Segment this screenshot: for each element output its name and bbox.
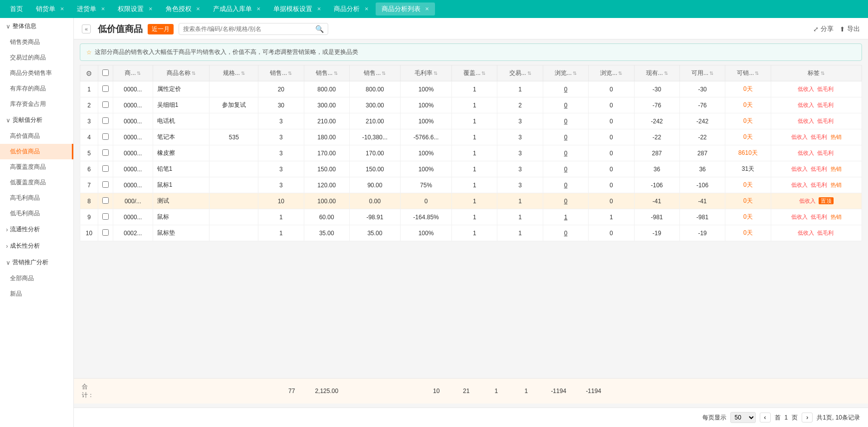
horizontal-scrollbar[interactable] [80, 404, 862, 408]
row-checkbox[interactable] [102, 197, 109, 204]
nav-analysis-list[interactable]: 商品分析列表 × [376, 2, 435, 15]
col-spec[interactable]: 规格... ⇅ [210, 65, 258, 81]
nav-template[interactable]: 单据模板设置 × [267, 2, 327, 15]
row-checkbox[interactable] [102, 85, 109, 92]
col-code[interactable]: 商... ⇅ [113, 65, 153, 81]
cell-views1[interactable]: 0 [543, 145, 588, 161]
cell-views1[interactable]: 0 [543, 193, 588, 209]
share-btn[interactable]: ⤢ 分享 [813, 24, 834, 33]
row-checkbox[interactable] [102, 165, 109, 172]
sort-spec-icon[interactable]: ⇅ [241, 70, 245, 76]
nav-analysis[interactable]: 商品分析 × [328, 2, 374, 15]
sidebar-item-high-coverage[interactable]: 高覆盖度商品 [0, 159, 73, 175]
nav-purchase[interactable]: 进货单 × [71, 2, 111, 15]
cell-views1[interactable]: 0 [543, 81, 588, 97]
close-roles-icon[interactable]: × [196, 5, 200, 12]
sort-views2-icon[interactable]: ⇅ [618, 70, 622, 76]
views-link[interactable]: 0 [564, 134, 568, 141]
sort-tags-icon[interactable]: ⇅ [821, 70, 825, 76]
sidebar-item-all-goods[interactable]: 全部商品 [0, 271, 73, 286]
col-coverage[interactable]: 覆盖... ⇅ [452, 65, 497, 81]
sidebar-group-overview[interactable]: ∨ 整体信息 [0, 18, 73, 34]
close-analysis-list-icon[interactable]: × [425, 5, 429, 12]
search-input[interactable] [183, 25, 312, 32]
cell-checkbox[interactable] [98, 97, 113, 113]
col-sales-price[interactable]: 销售... ⇅ [304, 65, 349, 81]
close-permissions-icon[interactable]: × [149, 5, 153, 12]
cell-checkbox[interactable] [98, 81, 113, 97]
cell-views1[interactable]: 0 [543, 177, 588, 193]
nav-sales[interactable]: 销货单 × [30, 2, 70, 15]
cell-views1[interactable]: 0 [543, 113, 588, 129]
sidebar-item-new-goods[interactable]: 新品 [0, 286, 73, 302]
views-link[interactable]: 0 [564, 166, 568, 173]
export-btn[interactable]: ⬆ 导出 [840, 24, 860, 33]
nav-roles[interactable]: 角色授权 × [160, 2, 206, 15]
sidebar-item-low-margin[interactable]: 低毛利商品 [0, 206, 73, 221]
cell-checkbox[interactable] [98, 193, 113, 209]
sort-margin-icon[interactable]: ⇅ [434, 70, 437, 76]
col-checkbox[interactable] [98, 65, 113, 81]
cell-checkbox[interactable] [98, 177, 113, 193]
col-current[interactable]: 现有... ⇅ [634, 65, 679, 81]
sort-views1-icon[interactable]: ⇅ [573, 70, 577, 76]
row-checkbox[interactable] [102, 149, 109, 156]
cell-checkbox[interactable] [98, 113, 113, 129]
views-link[interactable]: 0 [564, 150, 568, 157]
row-checkbox[interactable] [102, 229, 109, 236]
sort-price-icon[interactable]: ⇅ [334, 70, 338, 76]
cell-checkbox[interactable] [98, 145, 113, 161]
row-checkbox[interactable] [102, 213, 109, 220]
cell-views1[interactable]: 0 [543, 129, 588, 145]
first-page-btn[interactable]: ‹ [760, 413, 771, 423]
col-transactions[interactable]: 交易... ⇅ [497, 65, 543, 81]
sidebar-item-high-margin[interactable]: 高毛利商品 [0, 190, 73, 206]
sort-amount-icon[interactable]: ⇅ [382, 70, 386, 76]
col-sales-amount[interactable]: 销售... ⇅ [349, 65, 400, 81]
sidebar-collapse-btn[interactable]: « [82, 24, 91, 33]
sort-current-icon[interactable]: ⇅ [664, 70, 668, 76]
col-available[interactable]: 可用... ⇅ [679, 65, 725, 81]
sidebar-item-low-value[interactable]: 低价值商品 [0, 144, 73, 159]
cell-views1[interactable]: 0 [543, 97, 588, 113]
nav-permissions[interactable]: 权限设置 × [112, 2, 158, 15]
row-checkbox[interactable] [102, 133, 109, 140]
settings-icon[interactable]: ⚙ [86, 69, 92, 77]
nav-home[interactable]: 首页 [4, 2, 29, 15]
sidebar-group-growth[interactable]: › 成长性分析 [0, 238, 73, 254]
cell-checkbox[interactable] [98, 209, 113, 225]
col-views1[interactable]: 浏览... ⇅ [543, 65, 588, 81]
page-size-select[interactable]: 50 100 [730, 412, 756, 423]
search-icon[interactable]: 🔍 [315, 25, 324, 33]
close-template-icon[interactable]: × [317, 5, 321, 12]
views-link[interactable]: 0 [564, 182, 568, 189]
sort-code-icon[interactable]: ⇅ [137, 70, 141, 76]
col-margin[interactable]: 毛利率 ⇅ [400, 65, 451, 81]
col-saleable[interactable]: 可销... ⇅ [725, 65, 771, 81]
nav-production[interactable]: 产成品入库单 × [207, 2, 266, 15]
sort-avail-icon[interactable]: ⇅ [709, 70, 713, 76]
sidebar-group-contribution[interactable]: ∨ 贡献值分析 [0, 112, 73, 128]
cell-checkbox[interactable] [98, 161, 113, 177]
row-checkbox[interactable] [102, 181, 109, 188]
col-sales-qty[interactable]: 销售... ⇅ [258, 65, 304, 81]
close-analysis-icon[interactable]: × [365, 5, 369, 12]
cell-views1[interactable]: 0 [543, 225, 588, 241]
sidebar-item-stock-capital[interactable]: 库存资金占用 [0, 96, 73, 112]
sort-qty-icon[interactable]: ⇅ [288, 70, 292, 76]
time-filter-btn[interactable]: 近一月 [148, 24, 174, 34]
row-checkbox[interactable] [102, 101, 109, 108]
col-views2[interactable]: 浏览... ⇅ [589, 65, 634, 81]
col-settings[interactable]: ⚙ [80, 65, 98, 81]
sidebar-group-circulation[interactable]: › 流通性分析 [0, 221, 73, 238]
sidebar-item-traded-goods[interactable]: 交易过的商品 [0, 50, 73, 65]
views-link[interactable]: 0 [564, 198, 568, 205]
sort-trans-icon[interactable]: ⇅ [527, 70, 531, 76]
close-sales-icon[interactable]: × [60, 5, 64, 12]
sidebar-item-sales-goods[interactable]: 销售类商品 [0, 34, 73, 50]
sidebar-item-category-rate[interactable]: 商品分类销售率 [0, 65, 73, 81]
sidebar-group-marketing[interactable]: ∨ 营销推广分析 [0, 254, 73, 271]
select-all-checkbox[interactable] [102, 69, 109, 76]
views-link[interactable]: 0 [564, 102, 568, 109]
sidebar-item-high-value[interactable]: 高价值商品 [0, 128, 73, 144]
